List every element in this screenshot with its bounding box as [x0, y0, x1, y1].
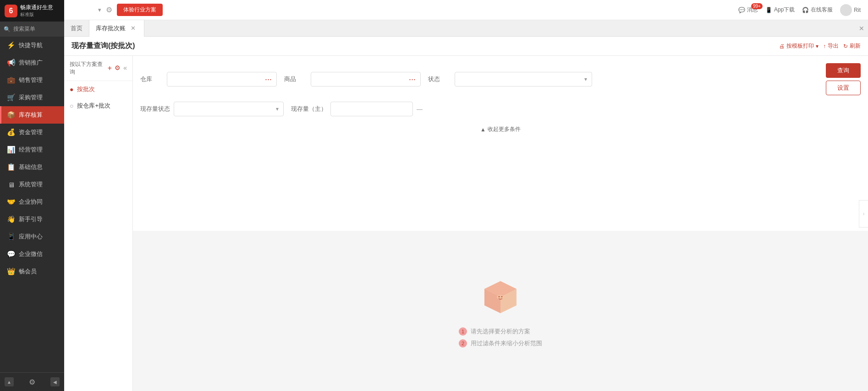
- app-center-icon: 📱: [7, 233, 15, 241]
- filter-form: 仓库 ··· 商品 ···: [133, 56, 868, 231]
- quantity-min-input[interactable]: [330, 102, 413, 116]
- status-field: 状态 ▾: [428, 72, 592, 87]
- scheme-item-by-batch[interactable]: ● 按批次: [64, 81, 132, 98]
- app-download-button[interactable]: 📱 App下载: [765, 6, 795, 14]
- messages-button[interactable]: 💬 消息 99+: [738, 6, 758, 14]
- status-label: 状态: [428, 75, 451, 83]
- collapse-icon: ▲: [480, 126, 486, 133]
- empty-tips: 1 请先选择要分析的方案 2 用过滤条件来缩小分析范围: [459, 327, 542, 348]
- product-field: 商品 ···: [284, 72, 421, 87]
- sidebar-item-finance[interactable]: 💰 资金管理: [0, 124, 64, 141]
- sidebar-item-app-center[interactable]: 📱 应用中心: [0, 228, 64, 245]
- online-service-button[interactable]: 🎧 在线客服: [802, 6, 833, 14]
- tab-inventory-batch[interactable]: 库存批次账 ✕: [89, 20, 144, 37]
- scheme-collapse-button[interactable]: «: [123, 64, 127, 72]
- tip1-text: 请先选择要分析的方案: [471, 327, 530, 336]
- filter-row-2: 现存量状态 ▾ 现存量（主） —: [140, 102, 861, 116]
- scheme-item-icon2: ○: [70, 102, 73, 109]
- tab-inventory-batch-label: 库存批次账: [96, 24, 126, 33]
- collapse-more-button[interactable]: ▲ 收起更多条件: [140, 123, 861, 136]
- sidebar-item-member[interactable]: 👑 畅会员: [0, 263, 64, 280]
- status-dropdown[interactable]: ▾: [455, 72, 592, 87]
- sidebar-item-inventory[interactable]: 📦 库存核算: [0, 106, 64, 124]
- sidebar-scroll-up[interactable]: ▲: [5, 377, 14, 386]
- scheme-add-button[interactable]: +: [108, 64, 112, 72]
- collapse-label: 收起更多条件: [488, 125, 521, 133]
- product-input[interactable]: ···: [311, 72, 421, 87]
- basic-info-icon: 📋: [7, 163, 15, 171]
- sidebar-item-system[interactable]: 🖥 系统管理: [0, 176, 64, 193]
- sidebar-item-label: 畅会员: [19, 267, 37, 276]
- tip2-number: 2: [459, 339, 467, 348]
- print-dropdown-icon[interactable]: ▾: [816, 43, 819, 49]
- sidebar-item-sales[interactable]: 💼 销售管理: [0, 71, 64, 89]
- wechat-icon: 💬: [7, 250, 15, 258]
- scheme-header: 按以下方案查询 + ⚙ «: [64, 56, 132, 81]
- sidebar-header: 6 畅康通好生意 标准版: [0, 0, 64, 22]
- tab-bar-close-icon[interactable]: ✕: [859, 25, 864, 32]
- scheme-item-by-warehouse-batch[interactable]: ○ 按仓库+批次: [64, 98, 132, 114]
- sidebar-version: 标准版: [20, 11, 53, 18]
- member-icon: 👑: [7, 267, 15, 276]
- breadcrumb: [71, 6, 93, 14]
- sidebar-item-operations[interactable]: 📊 经营管理: [0, 141, 64, 158]
- inventory-status-label: 现存量状态: [140, 105, 170, 113]
- user-menu-button[interactable]: Rit: [840, 4, 861, 16]
- sidebar-footer: ▲ ⚙ ◀: [0, 372, 64, 391]
- sidebar-collapse-btn[interactable]: ◀: [50, 377, 60, 386]
- results-area: 1 请先选择要分析的方案 2 用过滤条件来缩小分析范围: [133, 231, 868, 391]
- sidebar: 6 畅康通好生意 标准版 🔍 搜索菜单 ⚡ 快捷导航 📢 营销推广 💼 销售管理…: [0, 0, 64, 391]
- sidebar-item-basic-info[interactable]: 📋 基础信息: [0, 158, 64, 176]
- breadcrumb-dropdown-icon[interactable]: ▾: [98, 6, 101, 13]
- sidebar-item-quick-nav[interactable]: ⚡ 快捷导航: [0, 37, 64, 54]
- message-icon: 💬: [738, 7, 745, 13]
- sidebar-logo: 6: [5, 5, 17, 17]
- content-area: 现存量查询(按批次) 🖨 按模板打印 ▾ ↑ 导出 ↻ 刷新: [64, 37, 868, 391]
- refresh-button[interactable]: ↻ 刷新: [843, 42, 861, 50]
- quick-nav-icon: ⚡: [7, 41, 15, 49]
- inventory-status-arrow: ▾: [276, 106, 279, 112]
- app-download-label: App下载: [774, 6, 795, 14]
- sidebar-item-label: 销售管理: [19, 76, 43, 84]
- sidebar-company-name: 畅康通好生意: [20, 4, 53, 11]
- sidebar-settings-icon[interactable]: ⚙: [29, 378, 35, 386]
- tab-home[interactable]: 首页: [64, 20, 89, 37]
- sidebar-item-label: 快捷导航: [19, 41, 43, 49]
- tip2-text: 用过滤条件来缩小分析范围: [471, 339, 542, 348]
- empty-illustration: [478, 274, 523, 320]
- export-button[interactable]: ↑ 导出: [823, 42, 839, 50]
- inventory-quantity-field: 现存量（主） —: [291, 102, 423, 116]
- topbar-gear-icon[interactable]: ⚙: [106, 5, 112, 14]
- sidebar-item-newbie[interactable]: 👋 新手引导: [0, 211, 64, 228]
- inventory-icon: 📦: [7, 111, 15, 119]
- search-icon: 🔍: [4, 26, 11, 33]
- page-header: 现存量查询(按批次) 🖨 按模板打印 ▾ ↑ 导出 ↻ 刷新: [64, 37, 868, 56]
- print-button[interactable]: 🖨 按模板打印 ▾: [779, 42, 819, 50]
- scheme-item-label2: 按仓库+批次: [77, 102, 110, 110]
- search-label: 搜索菜单: [13, 25, 35, 33]
- sidebar-item-wechat[interactable]: 💬 企业微信: [0, 245, 64, 263]
- sidebar-item-marketing[interactable]: 📢 营销推广: [0, 54, 64, 71]
- filter-row-1: 仓库 ··· 商品 ···: [140, 63, 861, 95]
- sidebar-item-label: 库存核算: [19, 111, 43, 119]
- right-panel-toggle[interactable]: ›: [859, 200, 868, 228]
- warehouse-dots[interactable]: ···: [265, 75, 272, 83]
- inventory-status-select[interactable]: ▾: [174, 102, 284, 116]
- sidebar-item-purchase[interactable]: 🛒 采购管理: [0, 89, 64, 106]
- sidebar-search[interactable]: 🔍 搜索菜单: [0, 22, 64, 37]
- product-dots[interactable]: ···: [409, 75, 416, 83]
- warehouse-input[interactable]: ···: [167, 72, 277, 87]
- app-icon: 📱: [765, 7, 772, 13]
- sidebar-item-enterprise[interactable]: 🤝 企业协同: [0, 193, 64, 211]
- scheme-settings-button[interactable]: ⚙: [115, 64, 121, 72]
- settings-button[interactable]: 设置: [826, 81, 861, 95]
- inventory-quantity-label: 现存量（主）: [291, 105, 327, 113]
- trial-button[interactable]: 体验行业方案: [117, 4, 163, 16]
- enterprise-icon: 🤝: [7, 198, 15, 206]
- sidebar-item-label: 经营管理: [19, 146, 43, 154]
- print-icon: 🖨: [779, 43, 785, 49]
- product-label: 商品: [284, 75, 307, 83]
- main-area: ▾ ⚙ 体验行业方案 💬 消息 99+ 📱 App下载 🎧 在线客服 Rit: [64, 0, 868, 391]
- tab-close-button[interactable]: ✕: [128, 24, 137, 33]
- query-button[interactable]: 查询: [826, 63, 861, 78]
